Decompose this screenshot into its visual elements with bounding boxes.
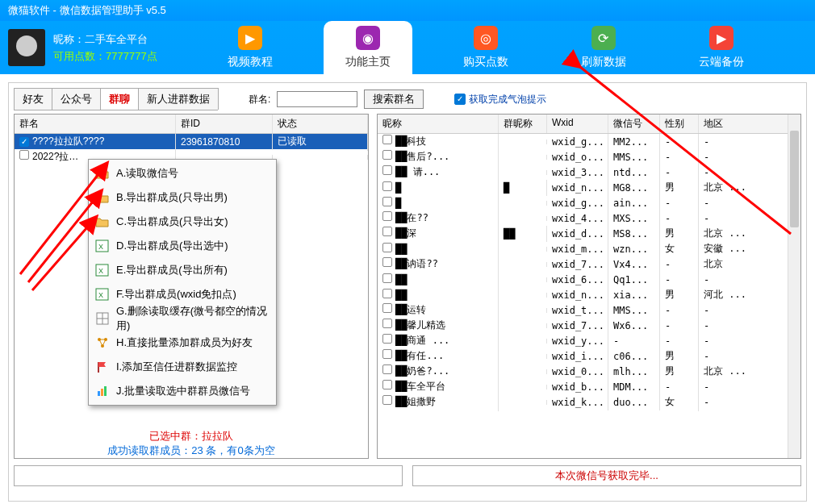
scroll-thumb[interactable] <box>790 131 799 227</box>
search-label: 群名: <box>249 93 270 106</box>
member-row[interactable]: ██姐撒野wxid_k...duo...女- <box>378 394 800 410</box>
context-menu[interactable]: A.读取微信号B.导出群成员(只导出男)C.导出群成员(只导出女)XD.导出群成… <box>88 159 277 406</box>
cell-wechat: c06... <box>608 348 660 364</box>
row-checkbox[interactable] <box>19 150 29 160</box>
ctx-item-6[interactable]: G.删除读取缓存(微号都空的情况用) <box>89 306 276 331</box>
member-checkbox[interactable] <box>382 319 392 328</box>
ctx-item-0[interactable]: A.读取微信号 <box>89 161 276 185</box>
nav-2[interactable]: ◎购买点数 <box>441 21 530 74</box>
nav-label: 视频教程 <box>228 55 273 69</box>
cell-gnick <box>499 155 547 160</box>
nav-3[interactable]: ⟳刷新数据 <box>559 21 648 74</box>
cell-wechat: Vx4... <box>608 256 660 273</box>
nav-0[interactable]: ▶视频教程 <box>206 21 295 74</box>
svg-rect-12 <box>98 391 100 396</box>
scrollbar[interactable] <box>788 115 800 458</box>
ctx-item-9[interactable]: J.批量读取选中群群员微信号 <box>89 379 276 403</box>
nav-4[interactable]: ▶云端备份 <box>677 21 766 74</box>
member-checkbox[interactable] <box>382 165 392 175</box>
member-row[interactable]: ██讷语??wxid_7...Vx4...-北京 <box>378 256 800 272</box>
nav-icon: ◎ <box>474 26 498 50</box>
nav-label: 云端备份 <box>699 55 744 69</box>
flag-icon <box>95 360 110 373</box>
cell-gnick <box>499 216 547 221</box>
member-checkbox[interactable] <box>382 211 392 221</box>
member-checkbox[interactable] <box>382 150 392 160</box>
cell-gnick <box>499 308 547 313</box>
ctx-item-2[interactable]: C.导出群成员(只导出女) <box>89 210 276 234</box>
title-text: 微猫软件 - 微信数据管理助手 v5.5 <box>8 4 166 16</box>
member-checkbox[interactable] <box>382 197 392 206</box>
ctx-item-5[interactable]: XF.导出群成员(wxid免扣点) <box>89 282 276 306</box>
member-checkbox[interactable] <box>382 303 392 313</box>
tabs: 好友公众号群聊新人进群数据 <box>14 88 218 110</box>
cell-wechat: MDM... <box>608 379 660 395</box>
col-wechat[interactable]: 微信号 <box>608 115 660 133</box>
member-checkbox[interactable] <box>382 334 392 344</box>
cell-sex: - <box>660 302 699 319</box>
tab-2[interactable]: 群聊 <box>100 88 139 110</box>
group-id-cell: 23961870810 <box>176 134 273 150</box>
cell-wechat: Wx6... <box>608 318 660 334</box>
nav-icon: ◉ <box>356 26 380 50</box>
col-gnick[interactable]: 群昵称 <box>499 115 547 133</box>
cell-wechat: MM2... <box>608 134 660 150</box>
nodes-icon <box>95 336 110 349</box>
ctx-label: J.批量读取选中群群员微信号 <box>116 384 250 398</box>
member-body[interactable]: ██科技wxid_g...MM2...--██售后?...wxid_o...MM… <box>378 134 800 458</box>
read-result-status: 成功读取群成员：23 条，有0条为空 <box>15 444 368 458</box>
ctx-item-1[interactable]: B.导出群成员(只导出男) <box>89 185 276 210</box>
col-wxid[interactable]: Wxid <box>547 115 608 133</box>
xls-icon: X <box>95 288 110 301</box>
member-checkbox[interactable] <box>382 273 392 283</box>
cell-wxid: wxid_3... <box>547 165 608 181</box>
cell-wechat: MXS... <box>608 210 660 227</box>
member-checkbox[interactable] <box>382 380 392 389</box>
member-row[interactable]: ██wxid_n...MG8...男北京 ... <box>378 180 800 195</box>
ctx-item-7[interactable]: H.直接批量添加群成员为好友 <box>89 331 276 355</box>
member-checkbox[interactable] <box>382 135 392 144</box>
search-button[interactable]: 搜索群名 <box>364 90 424 109</box>
member-checkbox[interactable] <box>382 364 392 374</box>
row-checkbox[interactable] <box>19 137 29 147</box>
folder-icon <box>95 167 110 180</box>
tab-0[interactable]: 好友 <box>14 88 52 110</box>
search-input[interactable] <box>277 91 357 107</box>
nav-1[interactable]: ◉功能主页 <box>324 21 412 74</box>
cell-gnick <box>499 400 547 405</box>
col-area[interactable]: 地区 <box>699 115 800 133</box>
ctx-item-8[interactable]: I.添加至信任进群数据监控 <box>89 355 276 379</box>
chart-icon <box>95 385 110 398</box>
tab-1[interactable]: 公众号 <box>52 88 101 110</box>
member-checkbox[interactable] <box>382 257 392 267</box>
col-group-status[interactable]: 状态 <box>273 115 368 133</box>
member-panel: 昵称 群昵称 Wxid 微信号 性别 地区 ██科技wxid_g...MM2..… <box>377 114 801 459</box>
col-group-name[interactable]: 群名 <box>15 115 176 133</box>
member-checkbox[interactable] <box>382 289 392 298</box>
cell-wxid: wxid_o... <box>547 149 608 165</box>
ctx-label: C.导出群成员(只导出女) <box>116 215 228 229</box>
col-nick[interactable]: 昵称 <box>378 115 499 133</box>
fetch-checkbox[interactable]: 获取完成气泡提示 <box>454 93 546 106</box>
col-group-id[interactable]: 群ID <box>176 115 273 133</box>
points-value: 7777777点 <box>106 50 157 62</box>
svg-rect-14 <box>104 386 107 396</box>
tab-3[interactable]: 新人进群数据 <box>138 88 219 110</box>
cell-wxid: wxid_g... <box>547 134 608 150</box>
folder-icon <box>95 215 110 228</box>
cell-wxid: wxid_4... <box>547 210 608 227</box>
ctx-item-3[interactable]: XD.导出群成员(导出选中) <box>89 234 276 258</box>
col-sex[interactable]: 性别 <box>660 115 699 133</box>
member-checkbox[interactable] <box>382 243 392 252</box>
member-checkbox[interactable] <box>382 227 392 236</box>
member-checkbox[interactable] <box>382 181 392 191</box>
ctx-label: I.添加至信任进群数据监控 <box>116 360 237 374</box>
member-checkbox[interactable] <box>382 395 392 405</box>
member-checkbox[interactable] <box>382 349 392 359</box>
ctx-item-4[interactable]: XE.导出群成员(导出所有) <box>89 258 276 282</box>
points-row: 可用点数：7777777点 <box>53 49 157 64</box>
selected-group-status: 已选中群：拉拉队 <box>15 429 368 444</box>
nav-icon: ▶ <box>709 26 734 50</box>
cell-gnick <box>499 140 547 144</box>
status-bar-right: 本次微信号获取完毕... <box>412 465 801 486</box>
